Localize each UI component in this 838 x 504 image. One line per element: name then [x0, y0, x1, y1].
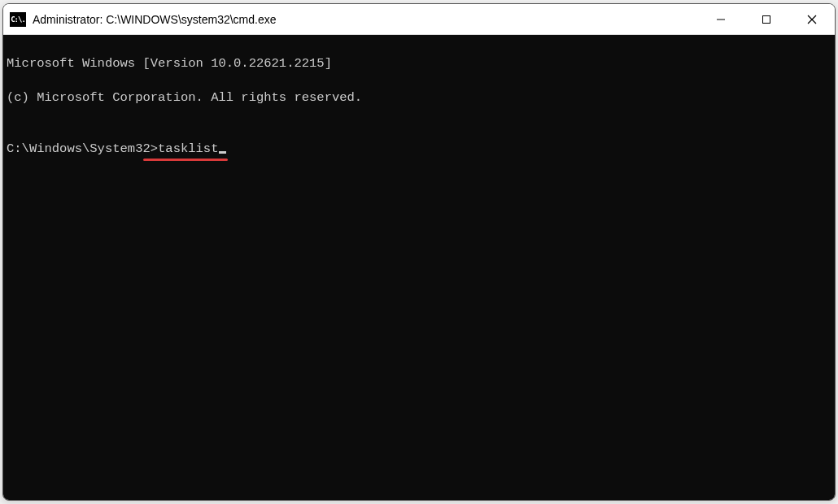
- minimize-button[interactable]: [698, 4, 744, 34]
- titlebar[interactable]: C:\. Administrator: C:\WINDOWS\system32\…: [3, 4, 835, 35]
- close-icon: [807, 15, 817, 24]
- maximize-icon: [762, 15, 771, 24]
- window-controls: [698, 4, 835, 34]
- terminal-command: tasklist: [158, 141, 218, 156]
- minimize-icon: [716, 15, 726, 24]
- close-button[interactable]: [789, 4, 835, 34]
- terminal-output-line: (c) Microsoft Corporation. All rights re…: [7, 89, 831, 106]
- svg-rect-1: [763, 15, 770, 23]
- maximize-button[interactable]: [744, 4, 789, 34]
- annotation-underline: [143, 159, 228, 161]
- window-title: Administrator: C:\WINDOWS\system32\cmd.e…: [33, 13, 698, 26]
- cmd-window: C:\. Administrator: C:\WINDOWS\system32\…: [2, 3, 836, 501]
- terminal-prompt-line: C:\Windows\System32>tasklist: [7, 141, 226, 158]
- terminal-output-line: Microsoft Windows [Version 10.0.22621.22…: [7, 55, 831, 72]
- cmd-icon: C:\.: [10, 12, 26, 27]
- terminal-prompt: C:\Windows\System32>: [7, 141, 158, 156]
- terminal-area[interactable]: Microsoft Windows [Version 10.0.22621.22…: [3, 35, 835, 500]
- terminal-cursor: [219, 151, 226, 154]
